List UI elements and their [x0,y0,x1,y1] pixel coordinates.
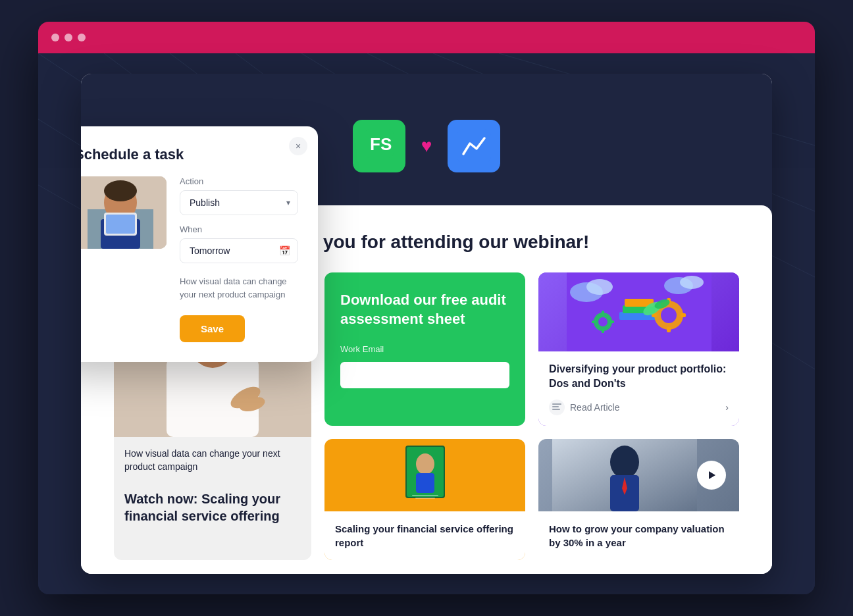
purple-card-image [538,272,739,351]
action-select[interactable]: Publish Draft Archive [180,190,298,215]
work-email-input[interactable] [340,362,509,388]
left-card-main-title: Watch now: Scaling your financial servic… [114,490,311,535]
left-caption-text: How visual data can change your next pro… [124,448,280,472]
yellow-card-body: Scaling your financial service offering … [324,511,525,560]
svg-text:FS: FS [370,134,392,154]
browser-content: FS ♥ Thank you for attending our webinar… [38,53,815,594]
purple-article-card: Diversifying your product portfolio: Dos… [538,272,739,426]
heart-icon: ♥ [421,136,432,157]
logo-analytics [448,120,500,172]
svg-rect-51 [552,409,560,410]
action-label: Action [180,176,298,186]
date-input[interactable] [180,238,298,263]
action-field: Action Publish Draft Archive ▾ [180,176,298,215]
svg-point-29 [680,276,704,289]
action-select-wrapper: Publish Draft Archive ▾ [180,190,298,215]
video-title: How to grow your company valuation by 30… [549,522,729,550]
svg-rect-70 [106,215,135,234]
svg-point-71 [104,180,137,201]
purple-card-body: Diversifying your product portfolio: Dos… [538,351,739,426]
title-bar [38,22,815,53]
modal-close-button[interactable]: × [289,137,307,155]
svg-rect-57 [412,495,438,496]
download-card: Download our free audit assessment sheet… [324,272,525,426]
yellow-card-image [324,439,525,511]
svg-point-61 [610,446,639,478]
svg-rect-41 [602,311,604,315]
date-wrapper: 📅 [180,238,298,263]
green-card-title: Download our free audit assessment sheet [340,291,509,328]
read-article-link[interactable]: Read Article › [549,399,729,415]
read-article-text: Read Article [570,402,619,413]
article-icon [549,399,565,415]
logo-freshservice: FS [353,120,405,172]
dot-2 [65,34,72,41]
inner-browser: FS ♥ Thank you for attending our webinar… [81,74,772,574]
modal-fields: Action Publish Draft Archive ▾ [180,176,298,342]
video-card-body: How to grow your company valuation by 30… [538,511,739,560]
when-field: When 📅 [180,224,298,263]
svg-rect-56 [416,473,434,493]
schedule-modal: × Schedule a task [81,126,318,362]
svg-rect-44 [610,321,614,323]
dot-3 [78,34,86,41]
svg-rect-46 [635,303,640,305]
video-card: How to grow your company valuation by 30… [538,439,739,560]
svg-rect-38 [681,313,686,317]
svg-rect-36 [667,327,671,332]
yellow-card-title: Scaling your financial service offering … [335,522,515,550]
play-button[interactable] [697,461,726,490]
yellow-report-card: Scaling your financial service offering … [324,439,525,560]
modal-title: Schedule a task [81,146,298,163]
svg-rect-43 [592,321,596,323]
purple-card-title: Diversifying your product portfolio: Dos… [549,362,729,392]
arrow-right-icon: › [725,402,729,413]
left-card-caption: How visual data can change your next pro… [114,437,311,484]
svg-rect-42 [602,329,604,333]
save-button[interactable]: Save [180,315,245,342]
logo-fs-text: FS [365,129,394,163]
svg-rect-50 [552,406,559,407]
modal-content: Action Publish Draft Archive ▾ [81,176,298,342]
video-thumbnail [538,439,739,511]
browser-window: FS ♥ Thank you for attending our webinar… [38,22,815,594]
modal-thumbnail [81,176,167,249]
when-label: When [180,224,298,234]
modal-caption: How visual data can change your next pro… [180,275,298,301]
svg-point-55 [416,453,434,475]
svg-point-27 [586,279,613,295]
svg-rect-58 [415,498,435,499]
svg-point-34 [661,307,677,323]
window-controls [51,34,86,41]
work-email-label: Work Email [340,344,509,354]
svg-rect-49 [552,403,561,405]
svg-point-40 [598,317,607,326]
svg-marker-64 [709,471,715,479]
dot-1 [51,34,59,41]
